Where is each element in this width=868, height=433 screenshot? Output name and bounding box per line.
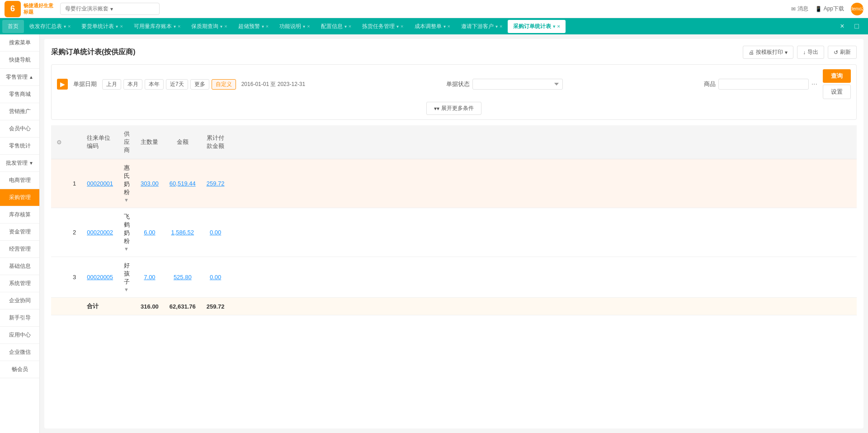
tab-tuohuo[interactable]: 拣货任务管理 ▾ × [357,20,409,33]
tab-dropdown-icon: ▾ [220,24,222,29]
tab-close-icon[interactable]: × [307,24,310,29]
sidebar-item-retailstat[interactable]: 零售统计 [0,138,39,155]
sidebar-item-system[interactable]: 系统管理 [0,275,39,292]
tab-close-icon[interactable]: × [120,24,123,29]
tab-close-icon[interactable]: × [448,24,450,29]
row-amount[interactable]: 1,586.52 [164,208,201,257]
row-paid-amount[interactable]: 0.00 [201,257,230,298]
printer-icon: 🖨 [749,49,754,56]
date-more-btn[interactable]: 更多 [190,79,209,90]
sidebar-item-quicknav[interactable]: 快捷导航 [0,52,39,69]
supplier-expand-icon: ▼ [124,287,129,292]
tab-chaozhu[interactable]: 超储预警 ▾ × [233,20,274,33]
tab-gongneng[interactable]: 功能说明 ▾ × [274,20,315,33]
total-supplier-cell [118,298,135,315]
tab-yaohuo[interactable]: 要货单统计表 ▾ × [76,20,128,33]
date-last-month-btn[interactable]: 上月 [102,79,121,90]
row-main-qty[interactable]: 303.00 [135,159,164,208]
filter-dots[interactable]: ··· [811,80,817,88]
sidebar-item-retailmall[interactable]: 零售商城 [0,86,39,103]
row-main-qty[interactable]: 6.00 [135,208,164,257]
tab-dropdown-icon: ▾ [262,24,264,29]
settings-button[interactable]: 设置 [823,85,851,99]
sidebar-item-operation[interactable]: 经营管理 [0,241,39,258]
tab-close-icon[interactable]: × [178,24,180,29]
tab-baozhi[interactable]: 保质期查询 ▾ × [186,20,232,33]
sidebar-expand-icon: ▼ [29,161,33,166]
sidebar-item-purchase[interactable]: 采购管理 [0,189,39,206]
sidebar-item-finance[interactable]: 资金管理 [0,224,39,241]
sidebar-item-retail[interactable]: 零售管理 ▲ [0,69,39,86]
sidebar-item-search[interactable]: 搜索菜单 [0,34,39,52]
tab-close-icon[interactable]: × [557,24,560,29]
tab-close-icon[interactable]: × [266,24,269,29]
sidebar-item-wholesale[interactable]: 批发管理 ▼ [0,155,39,172]
sidebar-item-inventory[interactable]: 库存核算 [0,206,39,224]
sidebar-item-ecommerce[interactable]: 电商管理 [0,172,39,189]
tab-close-icon[interactable]: × [224,24,227,29]
sidebar-item-basic[interactable]: 基础信息 [0,258,39,275]
date-this-year-btn[interactable]: 本年 [145,79,164,90]
gear-icon[interactable]: ⚙ [57,139,62,146]
tab-caigou[interactable]: 采购订单统计表 ▾ × [508,20,565,33]
nav-close-btn[interactable]: × [837,21,848,32]
tab-close-icon[interactable]: × [500,24,502,29]
template-print-button[interactable]: 🖨 按模板打印 ▾ [743,46,793,59]
tab-close-icon[interactable]: × [68,24,71,29]
row-unit-code[interactable]: 00020002 [81,208,118,257]
goods-input[interactable] [718,79,809,90]
tab-chengben[interactable]: 成本调整单 ▾ × [409,20,456,33]
app-download-icon: 📱 [815,6,822,12]
tab-close-icon[interactable]: × [349,24,351,29]
filter-toggle-btn[interactable]: ▶ [57,79,68,90]
sidebar-item-vip[interactable]: 畅会员 [0,361,39,378]
sidebar-item-wechat[interactable]: 企业微信 [0,344,39,361]
tab-dropdown-icon: ▾ [64,24,66,29]
sidebar-item-enterprise[interactable]: 企业协同 [0,292,39,309]
message-label: 消息 [797,5,808,13]
sidebar-item-label: 基础信息 [2,262,37,270]
status-select[interactable] [472,79,563,90]
main-content: 采购订单统计表(按供应商) 🖨 按模板打印 ▾ ↓ 导出 ↺ 刷新 [40,34,868,433]
message-btn[interactable]: ✉ 消息 [791,5,808,13]
export-button[interactable]: ↓ 导出 [797,46,824,59]
supplier-expand-icon: ▼ [124,246,129,252]
row-amount[interactable]: 60,519.44 [164,159,201,208]
expand-more-btn[interactable]: ▾▾ 展开更多条件 [426,102,481,115]
date-this-month-btn[interactable]: 本月 [123,79,142,90]
filter-area: ▶ 单据日期 上月 本月 本年 近7天 更多 自定义 2016-01-01 至 … [51,64,857,120]
total-main-qty-cell: 316.00 [135,298,164,315]
sidebar-item-label: 零售商城 [2,90,37,98]
search-button[interactable]: 查询 [823,69,851,83]
sidebar-item-member[interactable]: 会员中心 [0,120,39,138]
app-download-btn[interactable]: 📱 App下载 [815,5,844,13]
logo-icon: 6 [5,1,21,17]
sidebar-item-marketing[interactable]: 营销推广 [0,103,39,120]
th-no [67,125,81,159]
row-unit-code[interactable]: 00020001 [81,159,118,208]
tab-close-icon[interactable]: × [401,24,403,29]
tab-yaoqing[interactable]: 邀请下游客户 ▾ × [456,20,508,33]
row-paid-amount[interactable]: 259.72 [201,159,230,208]
row-main-qty[interactable]: 7.00 [135,257,164,298]
row-gear [51,208,67,257]
tab-shoufahu[interactable]: 收发存汇总表 ▾ × [24,20,76,33]
row-amount[interactable]: 525.80 [164,257,201,298]
nav-expand-btn[interactable]: □ [851,21,862,32]
tab-keyong[interactable]: 可用量库存账本 ▾ × [128,20,186,33]
sidebar-item-appcenter[interactable]: 应用中心 [0,327,39,344]
sidebar-item-newguide[interactable]: 新手引导 [0,309,39,327]
row-no: 3 [67,257,81,298]
user-area[interactable]: demo2 [851,3,863,15]
row-paid-amount[interactable]: 0.00 [201,208,230,257]
table-container: ⚙ 往来单位编码 供应商 主数量 金额 累计付款金额 [51,125,857,315]
workspace-selector[interactable]: 母婴行业演示账套 ▾ [60,3,160,15]
date-7days-btn[interactable]: 近7天 [166,79,188,90]
refresh-button[interactable]: ↺ 刷新 [828,46,857,59]
row-unit-code[interactable]: 00020005 [81,257,118,298]
tab-dropdown-icon: ▾ [396,24,399,29]
tab-home[interactable]: 首页 [2,20,24,33]
page-actions: 🖨 按模板打印 ▾ ↓ 导出 ↺ 刷新 [743,46,857,59]
app-download-label: App下载 [824,5,844,13]
tab-peizhi[interactable]: 配置信息 ▾ × [316,20,357,33]
